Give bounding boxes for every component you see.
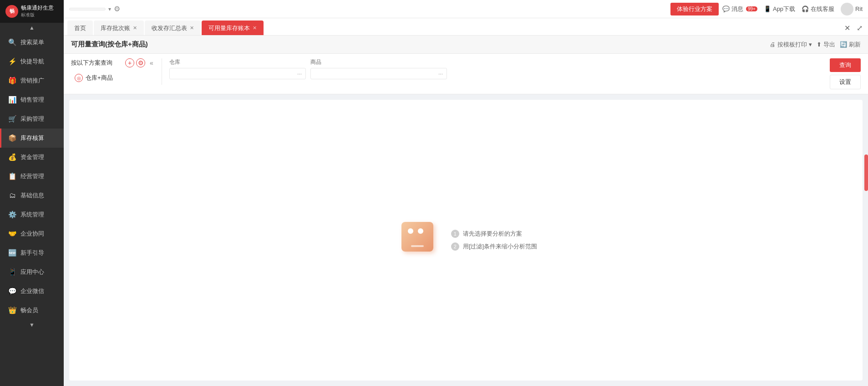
sidebar-item-basic-info[interactable]: 🗂 基础信息	[0, 186, 64, 205]
sidebar-item-label: 销售管理	[20, 96, 44, 104]
search-icon: 🔍	[8, 38, 17, 46]
sidebar-scroll-up[interactable]: ▲	[0, 23, 64, 33]
warehouse-input-wrap: ···	[169, 68, 306, 79]
sidebar-item-label: 经营管理	[20, 172, 44, 180]
sidebar-item-member[interactable]: 👑 畅会员	[0, 301, 64, 320]
tab-home-label: 首页	[74, 24, 86, 32]
sidebar-item-purchase[interactable]: 🛒 采购管理	[0, 109, 64, 129]
chart-icon: 📊	[8, 96, 17, 104]
sidebar-item-newbie[interactable]: 🆕 新手引导	[0, 243, 64, 262]
sidebar-scroll-down[interactable]: ▼	[0, 320, 64, 330]
online-service-action[interactable]: 🎧 在线客服	[802, 5, 834, 13]
online-service-label: 在线客服	[811, 5, 834, 13]
tab-available-ledger[interactable]: 可用量库存账本 ✕	[202, 21, 264, 35]
goods-input-wrap: ···	[310, 68, 447, 79]
page-title-bar: 可用量查询(按仓库+商品) 🖨 按模板打印 ▾ ⬆ 导出 🔄 刷新	[64, 36, 868, 54]
tip-number-2: 2	[451, 242, 459, 251]
user-avatar[interactable]: Rit	[841, 3, 863, 15]
scheme-header-label: 按以下方案查询	[71, 59, 112, 67]
sidebar-item-label: 畅会员	[20, 306, 38, 314]
empty-content: 1 请先选择要分析的方案 2 用[过滤]条件来缩小分析范围	[395, 217, 537, 263]
sidebar-item-quick-nav[interactable]: ⚡ 快捷导航	[0, 52, 64, 71]
sidebar-item-label: 新手引导	[20, 249, 44, 257]
sidebar-item-system[interactable]: ⚙️ 系统管理	[0, 205, 64, 224]
trial-button[interactable]: 体验行业方案	[670, 3, 719, 15]
header-gear-icon[interactable]: ⚙	[114, 5, 120, 13]
page-title-actions: 🖨 按模板打印 ▾ ⬆ 导出 🔄 刷新	[770, 41, 861, 49]
empty-state: 1 请先选择要分析的方案 2 用[过滤]条件来缩小分析范围	[69, 100, 863, 381]
sidebar-item-label: 企业协同	[20, 230, 44, 238]
sidebar-item-label: 应用中心	[20, 268, 44, 276]
sidebar-item-sales[interactable]: 📊 销售管理	[0, 90, 64, 109]
page-content: 可用量查询(按仓库+商品) 🖨 按模板打印 ▾ ⬆ 导出 🔄 刷新	[64, 36, 868, 386]
sidebar-item-label: 采购管理	[20, 115, 44, 123]
goods-label: 商品	[310, 58, 447, 66]
tab-batch-ledger[interactable]: 库存批次账 ✕	[94, 21, 144, 35]
message-badge: 99+	[746, 6, 757, 11]
export-button[interactable]: ⬆ 导出	[817, 41, 835, 49]
scheme-settings-button[interactable]: ⚙	[136, 58, 145, 67]
mobile-download-icon: 📱	[764, 5, 771, 12]
scheme-item-warehouse-goods[interactable]: ◎ 仓库+商品	[71, 71, 156, 85]
sidebar-brand: 畅康通好生意 标准版	[21, 5, 54, 18]
tab-available-ledger-close[interactable]: ✕	[253, 25, 257, 31]
goods-more-icon[interactable]: ···	[438, 71, 443, 77]
tab-receipt-summary-close[interactable]: ✕	[190, 25, 194, 31]
sidebar-logo: 畅	[5, 5, 18, 18]
sidebar-item-search[interactable]: 🔍 搜索菜单	[0, 33, 64, 52]
headset-icon: 🎧	[802, 5, 809, 12]
message-action[interactable]: 💬 消息 99+	[722, 5, 757, 13]
app-download-action[interactable]: 📱 App下载	[764, 5, 795, 13]
sidebar-item-finance[interactable]: 💰 资金管理	[0, 148, 64, 167]
breadcrumb-chevron-icon[interactable]: ▾	[108, 6, 111, 12]
filter-schemes-header: 按以下方案查询 + ⚙ «	[71, 58, 156, 67]
handshake-icon: 🤝	[8, 230, 17, 238]
sidebar-item-inventory[interactable]: 📦 库存核算	[0, 129, 64, 148]
tab-home[interactable]: 首页	[67, 21, 93, 35]
tab-available-ledger-label: 可用量库存账本	[208, 24, 250, 32]
gear-icon: ⚙️	[8, 211, 17, 219]
sidebar-item-enterprise-wx[interactable]: 💬 企业微信	[0, 282, 64, 301]
clipboard-icon: 📋	[8, 172, 17, 180]
tab-batch-ledger-close[interactable]: ✕	[133, 25, 137, 31]
chat-icon: 💬	[8, 287, 17, 295]
new-icon: 🆕	[8, 249, 17, 257]
message-icon: 💬	[722, 5, 730, 12]
refresh-button[interactable]: 🔄 刷新	[840, 41, 861, 49]
print-label: 按模板打印	[777, 41, 807, 49]
tip-text-1: 请先选择要分析的方案	[463, 230, 522, 238]
tabs-bar: 首页 库存批次账 ✕ 收发存汇总表 ✕ 可用量库存账本 ✕ ✕ ⤢	[64, 18, 868, 36]
print-icon: 🖨	[770, 41, 776, 48]
top-header-left: ▾ ⚙	[69, 5, 667, 13]
empty-icon	[395, 217, 440, 263]
sidebar-item-marketing[interactable]: 🎁 营销推广	[0, 71, 64, 90]
warehouse-label: 仓库	[169, 58, 306, 66]
sidebar-subtitle: 标准版	[21, 12, 54, 18]
sidebar-item-label: 搜索菜单	[20, 38, 44, 46]
tab-receipt-summary[interactable]: 收发存汇总表 ✕	[145, 21, 201, 35]
avatar	[841, 3, 853, 15]
scheme-warehouse-icon: ◎	[75, 74, 83, 82]
scheme-add-button[interactable]: +	[125, 58, 134, 67]
filter-settings-button[interactable]: 设置	[830, 75, 861, 89]
sidebar-item-cooperation[interactable]: 🤝 企业协同	[0, 224, 64, 243]
sidebar-item-label: 企业微信	[20, 287, 44, 295]
tab-batch-ledger-label: 库存批次账	[101, 24, 130, 32]
scheme-collapse-button[interactable]: «	[147, 58, 156, 67]
refresh-label: 刷新	[849, 41, 861, 49]
sidebar-item-label: 快捷导航	[20, 57, 44, 66]
warehouse-input[interactable]	[173, 70, 295, 77]
message-label: 消息	[731, 5, 743, 13]
warehouse-more-icon[interactable]: ···	[297, 71, 302, 77]
sidebar-item-operations[interactable]: 📋 经营管理	[0, 167, 64, 186]
tab-maximize-button[interactable]: ⤢	[855, 23, 864, 33]
query-button[interactable]: 查询	[830, 58, 861, 72]
sidebar-header: 畅 畅康通好生意 标准版	[0, 0, 64, 23]
goods-input[interactable]	[315, 70, 437, 77]
tab-close-button[interactable]: ✕	[843, 23, 852, 33]
print-button[interactable]: 🖨 按模板打印 ▾	[770, 41, 812, 49]
print-chevron-icon[interactable]: ▾	[809, 41, 812, 48]
right-scrollbar[interactable]	[864, 154, 868, 191]
cart-icon: 🛒	[8, 115, 17, 123]
sidebar-item-app-center[interactable]: 📱 应用中心	[0, 262, 64, 282]
